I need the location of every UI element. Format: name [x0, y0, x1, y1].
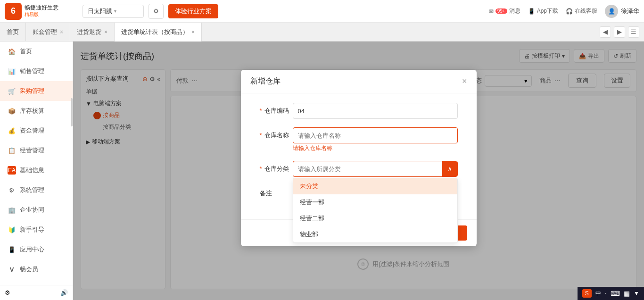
logo-tag: 精易版	[25, 11, 58, 18]
tab-controls: ◀ ▶ ☰	[600, 26, 644, 38]
sidebar-item-operation[interactable]: 📋 经营管理	[0, 141, 73, 160]
sidebar-system-label: 系统管理	[20, 186, 44, 194]
keyboard-icon: ⌨	[611, 290, 620, 297]
tab-home-label: 首页	[7, 28, 19, 36]
tab-home[interactable]: 首页	[0, 23, 26, 42]
code-required-star: *	[260, 107, 262, 114]
dropdown-item-dept2[interactable]: 经营二部	[293, 210, 457, 226]
message-label: 消息	[509, 7, 520, 15]
code-input-wrap	[293, 103, 458, 119]
content-area: 进货单统计(按商品) 🖨 按模板打印 ▾ 📤 导出 ↺ 刷新	[73, 42, 644, 300]
bottom-statusbar: S 中 · ⌨ ▦ ▼	[578, 287, 644, 300]
tab-purchase-stats[interactable]: 进货单统计表（按商品） ×	[115, 23, 202, 42]
store-selector[interactable]: 日太阳膜 ▾	[83, 5, 144, 18]
tab-return-label: 进货退货	[77, 28, 101, 36]
service-label: 在线客服	[575, 7, 597, 15]
sidebar-item-member[interactable]: V 畅会员	[0, 259, 73, 279]
tab-account-label: 账套管理	[33, 28, 57, 36]
basic-icon: EA	[8, 166, 16, 175]
category-dropdown: 未分类 经营一部 经营二部 物业部	[293, 178, 458, 243]
sidebar-item-appcenter[interactable]: 📱 应用中心	[0, 240, 73, 259]
name-label-text: 仓库名称	[264, 132, 289, 139]
dialog-header: 新增仓库 ×	[241, 70, 477, 93]
warehouse-code-row: * 仓库编码	[260, 103, 458, 119]
sidebar-guide-label: 新手引导	[20, 225, 44, 234]
sidebar-item-home[interactable]: 🏠 首页	[0, 42, 73, 61]
warehouse-name-row: * 仓库名称 请输入仓库名称	[260, 127, 458, 152]
category-label-text: 仓库分类	[264, 165, 289, 172]
sidebar-item-purchase[interactable]: 🛒 采购管理	[0, 81, 73, 101]
sidebar-inventory-label: 库存核算	[20, 107, 44, 115]
sidebar-appcenter-label: 应用中心	[20, 245, 44, 254]
category-input-wrap: ∧ 未分类 经营一部 经营二部 物业部	[293, 161, 458, 177]
sidebar-sound-icon[interactable]: 🔊	[60, 289, 68, 296]
message-button[interactable]: ✉ 99+ 消息	[489, 7, 520, 15]
sidebar-item-finance[interactable]: 💰 资金管理	[0, 121, 73, 141]
tab-return-close[interactable]: ×	[104, 29, 107, 35]
tab-purchase-return[interactable]: 进货退货 ×	[70, 23, 115, 42]
finance-icon: 💰	[8, 126, 16, 135]
tab-account-close[interactable]: ×	[60, 29, 63, 35]
trial-button[interactable]: 体验行业方案	[168, 4, 218, 18]
dot-indicator: ·	[605, 289, 607, 298]
category-input-container: ∧	[293, 161, 458, 177]
online-service-button[interactable]: 🎧 在线客服	[566, 7, 597, 15]
warehouse-code-input[interactable]	[293, 103, 458, 119]
mobile-icon: 📱	[528, 8, 535, 15]
sidebar-item-basic[interactable]: EA 基础信息	[0, 160, 73, 180]
tab-stats-close[interactable]: ×	[191, 29, 195, 35]
sales-icon: 📊	[8, 67, 16, 75]
dialog-close-button[interactable]: ×	[462, 76, 467, 86]
inventory-icon: 📦	[8, 107, 16, 115]
sidebar-home-label: 首页	[20, 47, 32, 56]
sidebar-member-label: 畅会员	[20, 265, 38, 274]
main-layout: 🏠 首页 📊 销售管理 🛒 采购管理 📦 库存核算 💰 资金管理 📋 经营管理 …	[0, 42, 644, 300]
warehouse-category-input[interactable]	[293, 161, 442, 176]
store-dropdown-arrow: ▾	[114, 8, 116, 14]
settings-button[interactable]: ⚙	[149, 4, 164, 19]
tab-menu-button[interactable]: ☰	[628, 26, 639, 38]
home-icon: 🏠	[8, 47, 16, 56]
sidebar-purchase-label: 采购管理	[20, 87, 44, 95]
warehouse-name-input[interactable]	[293, 127, 458, 143]
operation-icon: 📋	[8, 146, 16, 155]
avatar: 👤	[605, 5, 618, 18]
sidebar-scrollbar	[71, 98, 73, 126]
sidebar-enterprise-label: 企业协同	[20, 206, 44, 214]
sidebar-item-enterprise[interactable]: 🏢 企业协同	[0, 200, 73, 220]
logo-name: 畅捷通好生意	[25, 4, 58, 12]
sidebar-settings-icon[interactable]: ⚙	[5, 289, 10, 296]
tab-bar: 首页 账套管理 × 进货退货 × 进货单统计表（按商品） × ◀ ▶ ☰	[0, 23, 644, 42]
sidebar-basic-label: 基础信息	[20, 166, 44, 175]
sidebar-finance-label: 资金管理	[20, 126, 44, 135]
tab-stats-label: 进货单统计表（按商品）	[121, 28, 189, 36]
dropdown-item-dept1[interactable]: 经营一部	[293, 194, 457, 210]
sidebar-operation-label: 经营管理	[20, 146, 44, 155]
category-required-star: *	[260, 165, 262, 172]
warehouse-category-row: * 仓库分类 ∧ 未分类 经营一部 经	[260, 161, 458, 177]
tab-prev-button[interactable]: ◀	[600, 26, 611, 38]
dropdown-item-unclassified[interactable]: 未分类	[293, 178, 457, 194]
sidebar-item-inventory[interactable]: 📦 库存核算	[0, 101, 73, 121]
dropdown-item-dept3[interactable]: 物业部	[293, 226, 457, 242]
store-name: 日太阳膜	[88, 7, 112, 16]
guide-icon: 🔰	[8, 225, 16, 234]
name-label: * 仓库名称	[260, 127, 293, 140]
sidebar-item-sales[interactable]: 📊 销售管理	[0, 61, 73, 81]
grid-icon: ▦	[624, 290, 630, 297]
dialog-title: 新增仓库	[250, 76, 281, 86]
s-icon: S	[582, 289, 592, 298]
app-label: App下载	[537, 7, 558, 15]
message-icon: ✉	[489, 8, 494, 15]
code-label-text: 仓库编码	[264, 107, 289, 114]
dialog-body: * 仓库编码 * 仓库名称	[241, 93, 477, 219]
user-area[interactable]: 👤 徐泽华	[605, 5, 639, 18]
tab-account[interactable]: 账套管理 ×	[26, 23, 70, 42]
member-icon: V	[8, 265, 16, 274]
sidebar-item-system[interactable]: ⚙ 系统管理	[0, 180, 73, 200]
sidebar: 🏠 首页 📊 销售管理 🛒 采购管理 📦 库存核算 💰 资金管理 📋 经营管理 …	[0, 42, 73, 300]
tab-next-button[interactable]: ▶	[614, 26, 625, 38]
category-toggle-button[interactable]: ∧	[442, 161, 457, 176]
app-download-button[interactable]: 📱 App下载	[528, 7, 558, 15]
sidebar-item-guide[interactable]: 🔰 新手引导	[0, 220, 73, 240]
